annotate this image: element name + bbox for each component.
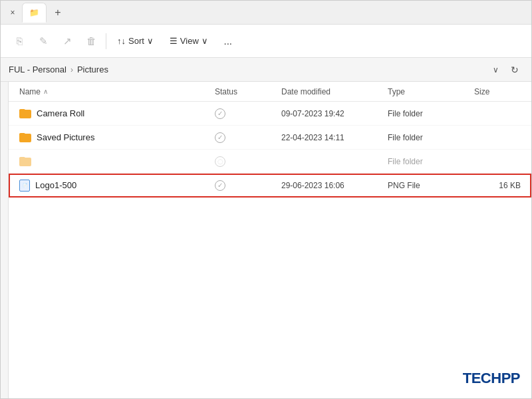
address-path: FUL - Personal › Pictures bbox=[9, 65, 485, 74]
col-type-label: Type bbox=[388, 87, 405, 96]
refresh-button[interactable]: ↻ bbox=[506, 61, 523, 78]
file-name: Camera Roll bbox=[37, 108, 84, 118]
address-prefix: FUL - Personal bbox=[9, 65, 66, 74]
view-lines-icon: ☰ bbox=[170, 36, 178, 46]
status-cell: ✓ bbox=[215, 132, 281, 143]
col-size-label: Size bbox=[474, 87, 489, 96]
toolbar-separator bbox=[106, 33, 106, 49]
share-button[interactable]: ↗ bbox=[57, 31, 78, 52]
view-label: View bbox=[180, 36, 199, 46]
status-cell: ✓ bbox=[215, 180, 281, 191]
address-separator: › bbox=[70, 65, 73, 74]
date-cell: 29-06-2023 16:06 bbox=[281, 181, 388, 190]
sort-button[interactable]: ↑↓ Sort ∨ bbox=[110, 31, 160, 52]
sort-chevron-icon: ∨ bbox=[147, 36, 154, 46]
sort-arrows-icon: ↑↓ bbox=[117, 36, 126, 46]
delete-button[interactable]: 🗑 bbox=[80, 31, 102, 52]
col-sort-icon: ∧ bbox=[43, 88, 48, 95]
sidebar-left bbox=[1, 82, 9, 398]
file-row-logo1-500[interactable]: 📄 Logo1-500 ✓ 29-06-2023 16:06 PNG File … bbox=[9, 174, 531, 198]
size-cell: 16 KB bbox=[474, 181, 521, 190]
col-header-name[interactable]: Name ∧ bbox=[19, 87, 215, 96]
rename-button[interactable]: ✎ bbox=[33, 31, 54, 52]
folder-icon bbox=[19, 157, 31, 166]
file-row-saved-pictures[interactable]: Saved Pictures ✓ 22-04-2023 14:11 File f… bbox=[9, 126, 531, 150]
status-check-icon: ◌ bbox=[215, 156, 225, 167]
techpp-watermark: TECHPP bbox=[463, 370, 520, 387]
png-file-icon: 📄 bbox=[19, 180, 30, 192]
status-cell: ◌ bbox=[215, 156, 281, 167]
folder-icon bbox=[19, 109, 31, 118]
sort-label: Sort bbox=[128, 36, 144, 46]
more-icon: ... bbox=[224, 35, 233, 47]
rename-icon: ✎ bbox=[39, 35, 48, 47]
new-tab-button[interactable]: + bbox=[49, 4, 66, 21]
file-name-cell: Camera Roll bbox=[19, 108, 215, 118]
file-row-partial-folder[interactable]: ◌ File folder bbox=[9, 150, 531, 174]
type-cell: File folder bbox=[388, 133, 474, 142]
address-chevron-button[interactable]: ∨ bbox=[487, 62, 503, 78]
more-options-button[interactable]: ... bbox=[217, 31, 239, 52]
file-explorer-window: × 📁 + ⎘ ✎ ↗ 🗑 ↑↓ Sort ∨ ☰ View ∨ bbox=[0, 0, 532, 399]
watermark-pp: PP bbox=[501, 370, 520, 386]
status-check-icon: ✓ bbox=[215, 108, 225, 119]
main-content: Name ∧ Status Date modified Type Size bbox=[1, 82, 531, 398]
file-name: Logo1-500 bbox=[35, 180, 76, 190]
address-bar: FUL - Personal › Pictures ∨ ↻ bbox=[1, 58, 531, 82]
view-button[interactable]: ☰ View ∨ bbox=[163, 31, 215, 52]
tab-folder-icon: 📁 bbox=[29, 8, 39, 17]
folder-icon bbox=[19, 133, 31, 142]
copy-button[interactable]: ⎘ bbox=[9, 31, 30, 52]
file-row-camera-roll[interactable]: Camera Roll ✓ 09-07-2023 19:42 File fold… bbox=[9, 102, 531, 126]
type-cell: File folder bbox=[388, 157, 474, 166]
col-status-label: Status bbox=[215, 87, 237, 96]
view-chevron-icon: ∨ bbox=[201, 36, 208, 46]
col-header-status[interactable]: Status bbox=[215, 87, 281, 96]
tab-close-button[interactable]: × bbox=[6, 6, 19, 19]
file-name-cell: 📄 Logo1-500 bbox=[19, 180, 215, 192]
col-date-label: Date modified bbox=[281, 87, 331, 96]
type-cell: PNG File bbox=[388, 181, 474, 190]
file-name-cell bbox=[19, 157, 215, 166]
status-check-icon: ✓ bbox=[215, 180, 225, 191]
col-header-date[interactable]: Date modified bbox=[281, 87, 388, 96]
col-name-label: Name bbox=[19, 87, 41, 96]
copy-icon: ⎘ bbox=[17, 35, 23, 47]
col-header-size[interactable]: Size bbox=[474, 87, 521, 96]
active-tab[interactable]: 📁 bbox=[22, 3, 47, 23]
file-name-cell: Saved Pictures bbox=[19, 132, 215, 142]
col-header-type[interactable]: Type bbox=[388, 87, 474, 96]
share-icon: ↗ bbox=[63, 35, 72, 47]
delete-icon: 🗑 bbox=[86, 35, 96, 47]
type-cell: File folder bbox=[388, 109, 474, 118]
file-name: Saved Pictures bbox=[37, 132, 94, 142]
watermark-tech: TECH bbox=[463, 370, 501, 386]
status-check-icon: ✓ bbox=[215, 132, 225, 143]
file-list-container[interactable]: Name ∧ Status Date modified Type Size bbox=[9, 82, 531, 398]
tab-bar: × 📁 + bbox=[1, 1, 531, 25]
date-cell: 22-04-2023 14:11 bbox=[281, 133, 388, 142]
toolbar: ⎘ ✎ ↗ 🗑 ↑↓ Sort ∨ ☰ View ∨ ... bbox=[1, 25, 531, 58]
status-cell: ✓ bbox=[215, 108, 281, 119]
address-current-folder: Pictures bbox=[77, 65, 108, 74]
column-headers: Name ∧ Status Date modified Type Size bbox=[9, 82, 531, 102]
date-cell: 09-07-2023 19:42 bbox=[281, 109, 388, 118]
